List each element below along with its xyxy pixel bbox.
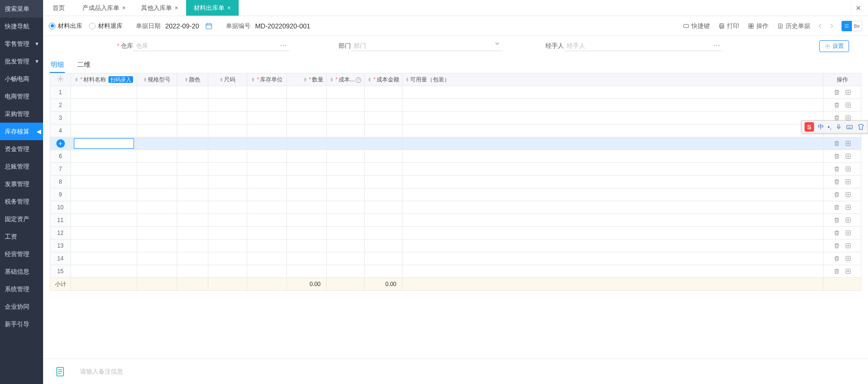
table-cell[interactable]	[287, 265, 327, 278]
table-cell[interactable]	[177, 252, 208, 265]
table-cell[interactable]	[208, 214, 247, 227]
add-row-button[interactable]: +	[56, 139, 65, 148]
sidebar-item-5[interactable]: 电商管理	[0, 88, 43, 105]
shortcut-button[interactable]: 快捷键	[680, 22, 713, 30]
table-cell[interactable]	[403, 99, 823, 112]
table-cell[interactable]	[365, 112, 403, 125]
row-number-cell[interactable]: 3	[50, 112, 71, 125]
table-cell[interactable]	[208, 150, 247, 163]
table-cell[interactable]	[208, 188, 247, 201]
table-cell[interactable]	[365, 150, 403, 163]
table-cell[interactable]	[247, 201, 287, 214]
table-cell[interactable]	[403, 137, 823, 150]
table-cell[interactable]	[137, 112, 177, 125]
sidebar-item-4[interactable]: 小畅电商	[0, 70, 43, 88]
table-row[interactable]: 13	[50, 240, 861, 252]
delete-icon[interactable]	[833, 230, 840, 236]
view-list-button[interactable]	[841, 21, 852, 31]
row-number-cell[interactable]: 2	[50, 99, 71, 112]
insert-icon[interactable]	[845, 191, 851, 198]
table-cell[interactable]	[365, 188, 403, 201]
col-cost-amount[interactable]: ▲▼*成本金额	[365, 73, 403, 86]
table-cell[interactable]	[71, 163, 137, 176]
table-row[interactable]: 6	[50, 150, 861, 163]
table-row[interactable]: 15	[50, 265, 861, 278]
row-number-cell[interactable]: 4	[50, 125, 71, 137]
table-row[interactable]: 2	[50, 99, 861, 112]
table-cell[interactable]	[71, 214, 137, 227]
print-button[interactable]: 打印	[716, 22, 742, 30]
row-number-cell[interactable]: 14	[50, 252, 71, 265]
table-cell[interactable]	[71, 99, 137, 112]
col-qty[interactable]: ▲▼*数量	[287, 73, 327, 86]
tab-1[interactable]: 产成品入库单×	[75, 0, 134, 16]
table-cell[interactable]	[71, 265, 137, 278]
table-cell[interactable]	[327, 150, 365, 163]
table-cell[interactable]	[365, 214, 403, 227]
col-size[interactable]: ▲▼尺码	[208, 73, 247, 86]
table-cell[interactable]	[403, 227, 823, 240]
sidebar-item-8[interactable]: 资金管理	[0, 140, 43, 158]
table-row[interactable]: 11	[50, 214, 861, 227]
table-cell[interactable]	[177, 201, 208, 214]
table-cell[interactable]	[327, 252, 365, 265]
table-cell[interactable]	[177, 240, 208, 252]
sidebar-item-0[interactable]: 搜索菜单	[0, 0, 43, 18]
sidebar-item-13[interactable]: 工资	[0, 228, 43, 245]
doc-date-value[interactable]: 2022-09-20	[165, 22, 199, 30]
ime-toolbar[interactable]: S 中 •,	[801, 120, 868, 134]
table-row[interactable]: 8	[50, 176, 861, 188]
delete-icon[interactable]	[833, 191, 840, 198]
table-cell[interactable]	[208, 240, 247, 252]
table-cell[interactable]	[247, 227, 287, 240]
table-cell[interactable]	[208, 112, 247, 125]
row-number-cell[interactable]: 11	[50, 214, 71, 227]
dept-dropdown-icon[interactable]	[494, 40, 501, 48]
sidebar-item-17[interactable]: 企业协同	[0, 298, 43, 315]
row-number-cell[interactable]: 13	[50, 240, 71, 252]
col-unit[interactable]: ▲▼*库存单位	[247, 73, 287, 86]
insert-icon[interactable]	[845, 153, 851, 160]
row-number-cell[interactable]: 1	[50, 86, 71, 99]
col-available[interactable]: ▲▼可用量（包装）	[403, 73, 823, 86]
table-cell[interactable]	[208, 86, 247, 99]
table-cell[interactable]	[365, 240, 403, 252]
delete-icon[interactable]	[833, 166, 840, 172]
table-cell[interactable]	[177, 112, 208, 125]
table-cell[interactable]	[365, 163, 403, 176]
tab-close-icon[interactable]: ×	[227, 5, 231, 11]
table-cell[interactable]	[177, 188, 208, 201]
ime-skin-icon[interactable]	[857, 123, 865, 131]
memo-icon[interactable]	[50, 366, 71, 377]
table-cell[interactable]	[177, 265, 208, 278]
delete-icon[interactable]	[833, 140, 840, 147]
col-material-name[interactable]: ▲▼*材料名称 扫码录入	[71, 73, 137, 86]
table-cell[interactable]	[365, 125, 403, 137]
table-cell[interactable]	[208, 265, 247, 278]
table-cell[interactable]	[287, 112, 327, 125]
table-cell[interactable]	[287, 227, 327, 240]
table-cell[interactable]	[137, 188, 177, 201]
table-cell[interactable]	[71, 176, 137, 188]
table-cell[interactable]	[287, 176, 327, 188]
table-cell[interactable]	[327, 227, 365, 240]
insert-icon[interactable]	[845, 102, 851, 108]
ime-lang[interactable]: 中	[818, 123, 824, 131]
table-row[interactable]: 1	[50, 86, 861, 99]
table-cell[interactable]	[177, 176, 208, 188]
table-cell[interactable]	[177, 99, 208, 112]
table-cell[interactable]	[287, 214, 327, 227]
delete-icon[interactable]	[833, 255, 840, 262]
table-cell[interactable]	[287, 188, 327, 201]
sidebar-item-16[interactable]: 系统管理	[0, 280, 43, 298]
table-cell[interactable]	[247, 188, 287, 201]
warehouse-input[interactable]	[133, 41, 289, 51]
table-cell[interactable]	[247, 137, 287, 150]
table-cell[interactable]	[365, 137, 403, 150]
table-cell[interactable]	[327, 188, 365, 201]
radio-material-return[interactable]: 材料退库	[89, 22, 123, 30]
table-cell[interactable]	[137, 176, 177, 188]
delete-icon[interactable]	[833, 102, 840, 108]
view-count-button[interactable]: 8≡	[852, 21, 862, 31]
tab-2[interactable]: 其他入库单×	[134, 0, 186, 16]
